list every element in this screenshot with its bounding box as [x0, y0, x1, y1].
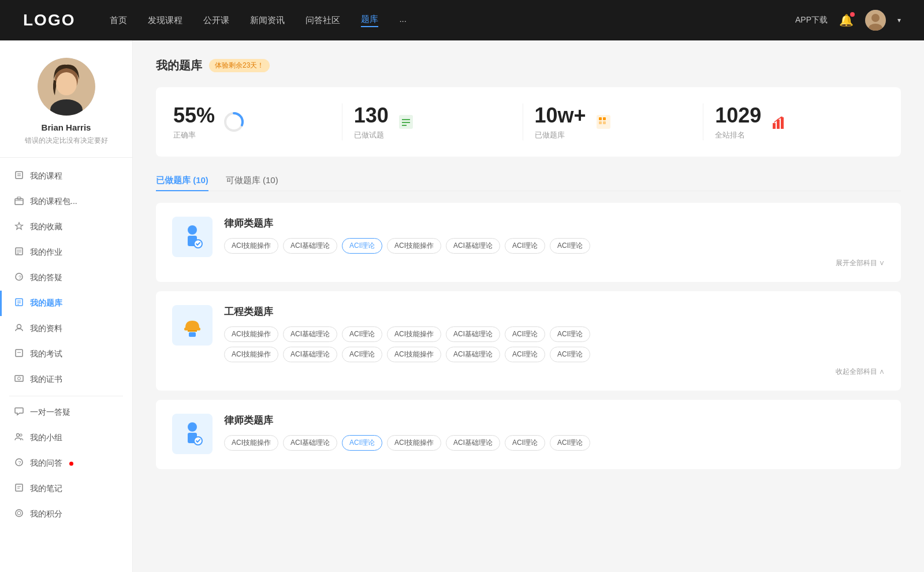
- tag-2b-6[interactable]: ACI理论: [550, 347, 590, 362]
- user-avatar: [38, 58, 95, 116]
- user-dropdown-arrow[interactable]: ▾: [897, 16, 901, 24]
- qbank-card-lawyer-2: 律师类题库 ACI技能操作 ACI基础理论 ACI理论 ACI技能操作 ACI基…: [156, 400, 901, 469]
- svg-point-36: [16, 510, 23, 517]
- sidebar-item-my-notes[interactable]: 我的笔记: [0, 476, 132, 502]
- user-avatar-nav[interactable]: [865, 10, 886, 31]
- tag-2-1[interactable]: ACI基础理论: [283, 326, 337, 342]
- tag-1-4[interactable]: ACI基础理论: [446, 238, 500, 254]
- accuracy-chart: [223, 111, 245, 133]
- tabs-container: 已做题库 (10) 可做题库 (10): [156, 170, 901, 191]
- nav-discover[interactable]: 发现课程: [148, 15, 182, 26]
- sidebar-label-my-notes: 我的笔记: [30, 484, 62, 494]
- notification-bell[interactable]: 🔔: [839, 13, 854, 27]
- nav-more[interactable]: ···: [399, 16, 407, 25]
- svg-rect-49: [773, 123, 776, 129]
- tag-2b-3[interactable]: ACI技能操作: [387, 347, 441, 362]
- done-questions-label: 已做试题: [354, 130, 389, 140]
- expand-btn-1[interactable]: 展开全部科目 ∨: [224, 258, 885, 268]
- tag-3-1[interactable]: ACI基础理论: [283, 435, 337, 451]
- tag-1-2[interactable]: ACI理论: [342, 238, 382, 254]
- tag-2-5[interactable]: ACI理论: [505, 326, 545, 342]
- done-questions-icon: [397, 113, 415, 131]
- sidebar-item-my-qa[interactable]: ? 我的答疑: [0, 265, 132, 291]
- tag-2-6[interactable]: ACI理论: [550, 326, 590, 342]
- homework-icon: [14, 247, 24, 258]
- rank-label: 全站排名: [715, 130, 761, 140]
- qbank-icon-lawyer-2: [172, 414, 213, 454]
- sidebar-menu: 我的课程 我的课程包... 我的收藏 我的作业: [0, 164, 132, 527]
- svg-rect-48: [603, 121, 606, 124]
- svg-point-24: [17, 325, 21, 329]
- sidebar-item-my-group[interactable]: 我的小组: [0, 425, 132, 451]
- tag-2b-5[interactable]: ACI理论: [505, 347, 545, 362]
- tag-1-5[interactable]: ACI理论: [505, 238, 545, 254]
- svg-rect-46: [603, 117, 606, 120]
- page-header: 我的题库 体验剩余23天！: [156, 58, 901, 73]
- collapse-btn-2[interactable]: 收起全部科目 ∧: [224, 367, 885, 377]
- tab-available-banks[interactable]: 可做题库 (10): [226, 170, 278, 191]
- tag-1-0[interactable]: ACI技能操作: [224, 238, 278, 254]
- sidebar-item-my-homework[interactable]: 我的作业: [0, 240, 132, 265]
- qbank-icon: [14, 298, 24, 309]
- qbank-card-lawyer-1: 律师类题库 ACI技能操作 ACI基础理论 ACI理论 ACI技能操作 ACI基…: [156, 203, 901, 282]
- group-icon: [14, 432, 24, 444]
- tag-1-1[interactable]: ACI基础理论: [283, 238, 337, 254]
- done-banks-value: 10w+: [535, 103, 586, 128]
- sidebar-item-my-package[interactable]: 我的课程包...: [0, 189, 132, 214]
- sidebar-item-my-questions[interactable]: ? 我的问答: [0, 451, 132, 476]
- tag-2b-4[interactable]: ACI基础理论: [446, 347, 500, 362]
- tag-1-6[interactable]: ACI理论: [550, 238, 590, 254]
- rank-icon: [769, 113, 788, 131]
- nav-open-course[interactable]: 公开课: [203, 15, 229, 26]
- tag-3-0[interactable]: ACI技能操作: [224, 435, 278, 451]
- tags-row-3: ACI技能操作 ACI基础理论 ACI理论 ACI技能操作 ACI基础理论 AC…: [224, 435, 885, 451]
- qbank-header-2: 工程类题库 ACI技能操作 ACI基础理论 ACI理论 ACI技能操作 ACI基…: [172, 305, 885, 377]
- sidebar-label-one-on-one: 一对一答疑: [30, 407, 70, 418]
- svg-point-37: [17, 511, 21, 515]
- sidebar-item-my-points[interactable]: 我的积分: [0, 502, 132, 527]
- tag-2-3[interactable]: ACI技能操作: [387, 326, 441, 342]
- sidebar-item-my-cert[interactable]: 我的证书: [0, 367, 132, 392]
- sidebar-item-my-collection[interactable]: 我的收藏: [0, 214, 132, 240]
- tag-2b-2[interactable]: ACI理论: [342, 347, 382, 362]
- tag-2-2[interactable]: ACI理论: [342, 326, 382, 342]
- svg-point-5: [56, 72, 77, 95]
- svg-rect-33: [16, 484, 23, 491]
- tags-row-1: ACI技能操作 ACI基础理论 ACI理论 ACI技能操作 ACI基础理论 AC…: [224, 238, 885, 254]
- stat-done-banks: 10w+ 已做题库: [523, 103, 704, 140]
- tag-2b-1[interactable]: ACI基础理论: [283, 347, 337, 362]
- tab-done-banks[interactable]: 已做题库 (10): [156, 170, 208, 191]
- sidebar-item-my-course[interactable]: 我的课程: [0, 164, 132, 189]
- questions-dot: [69, 462, 73, 466]
- cert-icon: [14, 374, 24, 385]
- tag-3-6[interactable]: ACI理论: [550, 435, 590, 451]
- nav-qa[interactable]: 问答社区: [305, 15, 340, 26]
- stat-done-banks-text: 10w+ 已做题库: [535, 103, 586, 140]
- sidebar-item-my-qbank[interactable]: 我的题库: [0, 291, 132, 316]
- nav-qbank[interactable]: 题库: [361, 14, 378, 27]
- qbank-card-engineer: 工程类题库 ACI技能操作 ACI基础理论 ACI理论 ACI技能操作 ACI基…: [156, 291, 901, 391]
- stat-done-questions-text: 130 已做试题: [354, 103, 389, 140]
- svg-rect-47: [599, 121, 602, 124]
- sidebar-item-my-exam[interactable]: 我的考试: [0, 341, 132, 367]
- tag-3-5[interactable]: ACI理论: [505, 435, 545, 451]
- sidebar-label-my-points: 我的积分: [30, 509, 62, 519]
- tag-3-3[interactable]: ACI技能操作: [387, 435, 441, 451]
- navbar: LOGO 首页 发现课程 公开课 新闻资讯 问答社区 题库 ··· APP下载 …: [0, 0, 924, 40]
- exam-icon: [14, 348, 24, 360]
- tag-2b-0[interactable]: ACI技能操作: [224, 347, 278, 362]
- sidebar-item-my-profile[interactable]: 我的资料: [0, 316, 132, 341]
- app-download-button[interactable]: APP下载: [795, 15, 828, 25]
- main-content: 我的题库 体验剩余23天！ 55% 正确率 130 已做试题: [133, 40, 924, 572]
- tag-2-4[interactable]: ACI基础理论: [446, 326, 500, 342]
- qbank-title-1: 律师类题库: [224, 217, 885, 230]
- tag-2-0[interactable]: ACI技能操作: [224, 326, 278, 342]
- qbank-body-3: 律师类题库 ACI技能操作 ACI基础理论 ACI理论 ACI技能操作 ACI基…: [224, 414, 885, 455]
- done-banks-icon: [594, 113, 613, 131]
- tag-3-2[interactable]: ACI理论: [342, 435, 382, 451]
- tag-3-4[interactable]: ACI基础理论: [446, 435, 500, 451]
- nav-home[interactable]: 首页: [110, 15, 127, 26]
- nav-news[interactable]: 新闻资讯: [250, 15, 285, 26]
- sidebar-item-one-on-one[interactable]: 一对一答疑: [0, 400, 132, 425]
- tag-1-3[interactable]: ACI技能操作: [387, 238, 441, 254]
